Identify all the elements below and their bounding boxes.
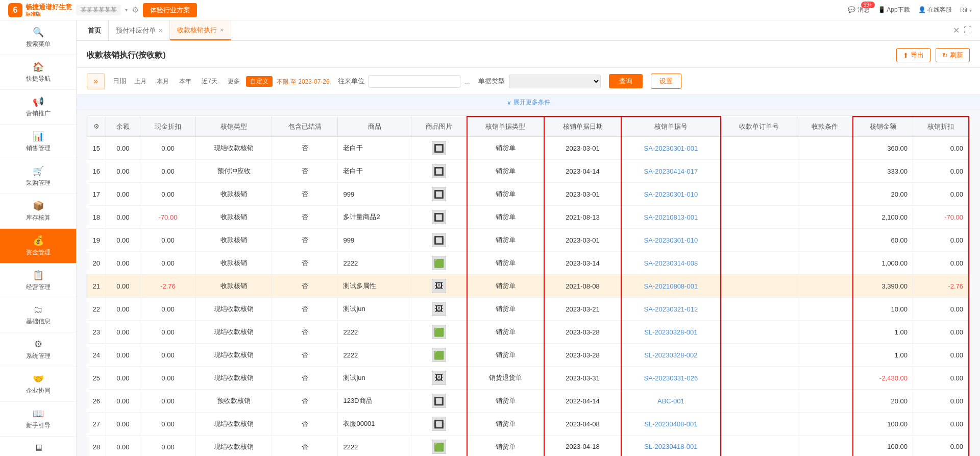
tab-prepay[interactable]: 预付冲应付单 × <box>109 20 170 40</box>
row-bill-type: 销货单 <box>467 183 544 206</box>
date-label: 日期 <box>113 77 126 86</box>
row-bill-date: 2023-03-01 <box>544 137 621 160</box>
guide-icon: 📖 <box>33 408 44 419</box>
window-maximize-icon[interactable]: ⛶ <box>964 26 972 35</box>
row-id: 26 <box>87 390 106 413</box>
row-bill-date: 2023-04-14 <box>544 160 621 183</box>
row-id: 23 <box>87 321 106 344</box>
sidebar-item-inventory[interactable]: 📦 库存核算 <box>0 194 76 229</box>
app-download-btn[interactable]: 📱 App下载 <box>878 6 910 14</box>
type-select[interactable] <box>509 75 601 88</box>
sidebar-item-search[interactable]: 🔍 搜索菜单 <box>0 20 76 55</box>
sidebar-item-system[interactable]: ⚙ 系统管理 <box>0 332 76 367</box>
sidebar-item-quicknav[interactable]: 🏠 快捷导航 <box>0 55 76 90</box>
page-header-actions: ⬆ 导出 ↻ 刷新 <box>896 48 970 62</box>
row-amount: -2,430.00 <box>853 367 913 390</box>
expand-more-bar[interactable]: ∨ 展开更多条件 <box>77 95 980 110</box>
row-condition <box>797 275 853 298</box>
row-cash-discount: 0.00 <box>140 183 196 206</box>
row-settled: 否 <box>272 183 338 206</box>
row-settled: 否 <box>272 390 338 413</box>
row-id: 18 <box>87 206 106 229</box>
row-bill-date: 2021-08-08 <box>544 275 621 298</box>
window-close-icon[interactable]: ✕ <box>953 26 960 35</box>
settings-icon[interactable]: ⚙ <box>132 5 139 15</box>
sidebar-item-collab[interactable]: 🤝 企业协同 <box>0 367 76 402</box>
row-bill-date: 2023-03-01 <box>544 229 621 252</box>
date-btn-more[interactable]: 更多 <box>224 76 244 87</box>
row-balance: 0.00 <box>106 183 140 206</box>
row-bill-no: SA-20230301-010 <box>621 229 720 252</box>
row-type: 收款核销 <box>195 229 272 252</box>
sidebar-item-operations[interactable]: 📋 经营管理 <box>0 263 76 298</box>
row-balance: 0.00 <box>106 160 140 183</box>
th-bill-type: 核销单据类型 <box>467 116 544 137</box>
date-btn-last-month[interactable]: 上月 <box>130 76 151 87</box>
row-amount: 333.00 <box>853 160 913 183</box>
th-product-img: 商品图片 <box>411 116 467 137</box>
row-order-no <box>721 390 797 413</box>
industry-btn[interactable]: 体验行业方案 <box>143 3 197 17</box>
purchase-icon: 🛒 <box>33 165 44 177</box>
export-btn[interactable]: ⬆ 导出 <box>896 48 930 62</box>
row-id: 27 <box>87 413 106 436</box>
row-type: 收款核销 <box>195 275 272 298</box>
tab-prepay-close[interactable]: × <box>159 27 162 34</box>
date-btn-custom[interactable]: 自定义 <box>246 76 273 87</box>
row-settled: 否 <box>272 229 338 252</box>
row-product: 测试jun <box>338 298 411 321</box>
table-row: 25 0.00 0.00 现结收款核销 否 测试jun 🖼 销货退货单 2023… <box>87 367 969 390</box>
sidebar-item-guide[interactable]: 📖 新手引导 <box>0 402 76 437</box>
th-settings[interactable]: ⚙ <box>87 116 106 137</box>
query-btn[interactable]: 查询 <box>609 74 643 88</box>
date-btn-this-month[interactable]: 本月 <box>153 76 173 87</box>
row-product: 2222 <box>338 344 411 367</box>
row-discount: 0.00 <box>913 344 969 367</box>
service-icon: 👤 <box>918 6 926 13</box>
settings-btn[interactable]: 设置 <box>651 74 681 89</box>
filter-expand-arrow[interactable]: » <box>87 73 105 89</box>
online-service-btn[interactable]: 👤 在线客服 <box>918 6 952 14</box>
user-name[interactable]: Rit ▾ <box>960 7 972 14</box>
sidebar-item-purchase[interactable]: 🛒 采购管理 <box>0 159 76 194</box>
company-dropdown-icon[interactable]: ▾ <box>125 7 128 13</box>
unit-input[interactable] <box>369 75 460 88</box>
unit-dots-icon[interactable]: ... <box>464 78 470 85</box>
row-type: 预收款核销 <box>195 390 272 413</box>
row-type: 现结收款核销 <box>195 367 272 390</box>
row-id: 21 <box>87 275 106 298</box>
date-btn-this-year[interactable]: 本年 <box>175 76 195 87</box>
tab-home[interactable]: 首页 <box>81 20 109 40</box>
th-product: 商品 <box>338 116 411 137</box>
sidebar-item-finance[interactable]: 💰 资金管理 <box>0 229 76 263</box>
refresh-btn[interactable]: ↻ 刷新 <box>936 48 970 62</box>
top-bar-right: 💬 消息 99+ 📱 App下载 👤 在线客服 Rit ▾ <box>848 6 972 14</box>
row-cash-discount: 0.00 <box>140 252 196 275</box>
row-order-no <box>721 206 797 229</box>
table-row: 16 0.00 0.00 预付冲应收 否 老白干 🔲 销货单 2023-04-1… <box>87 160 969 183</box>
row-bill-date: 2023-03-21 <box>544 298 621 321</box>
table-wrapper: ⚙ 余额 现金折扣 核销类型 包含已结清 商品 商品图片 核销单据类型 核销单据… <box>87 115 970 456</box>
product-img-cell: 🖼 <box>411 367 467 390</box>
row-balance: 0.00 <box>106 206 140 229</box>
row-cash-discount: 0.00 <box>140 344 196 367</box>
tab-collection[interactable]: 收款核销执行 × <box>170 20 231 40</box>
table-row: 28 0.00 0.00 现结收款核销 否 2222 🟩 销货单 2023-04… <box>87 436 969 457</box>
th-balance: 余额 <box>106 116 140 137</box>
row-bill-no: SL-20230418-001 <box>621 436 720 457</box>
tab-collection-close[interactable]: × <box>220 27 224 34</box>
type-label: 单据类型 <box>478 77 505 86</box>
logo-icon: 6 <box>8 3 22 17</box>
row-type: 收款核销 <box>195 206 272 229</box>
date-btn-7days[interactable]: 近7天 <box>198 76 222 87</box>
row-amount: 100.00 <box>853 436 913 457</box>
sidebar-item-sales[interactable]: 📊 销售管理 <box>0 125 76 159</box>
message-btn[interactable]: 💬 消息 99+ <box>848 6 869 14</box>
row-bill-no: SA-20230314-008 <box>621 252 720 275</box>
sidebar-item-hardware[interactable]: 🖥 智能硬件 <box>0 437 76 456</box>
table-row: 24 0.00 0.00 现结收款核销 否 2222 🟩 销货单 2023-03… <box>87 344 969 367</box>
expand-icon: » <box>93 77 98 86</box>
sidebar-item-basics[interactable]: 🗂 基础信息 <box>0 298 76 332</box>
sidebar-item-marketing[interactable]: 📢 营销推广 <box>0 90 76 125</box>
row-condition <box>797 390 853 413</box>
